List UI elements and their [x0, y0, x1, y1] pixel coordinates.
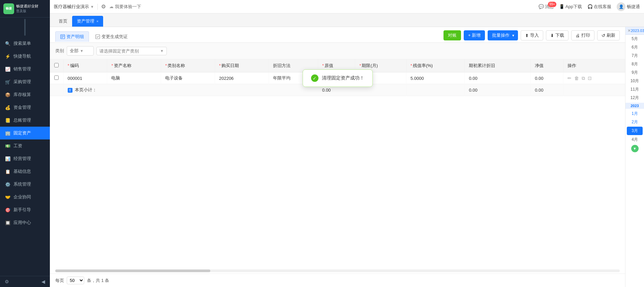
sidebar-item-coop[interactable]: 🤝 企业协同 — [0, 191, 50, 203]
scroll-thumb[interactable] — [55, 269, 210, 272]
download-icon: ⬇ — [550, 33, 554, 38]
sidebar-item-purchase[interactable]: 🛒 采购管理 — [0, 75, 50, 88]
copy-icon[interactable]: ⧉ — [582, 75, 585, 81]
sales-icon: 📈 — [5, 66, 11, 72]
main-area: 医疗器械行业演示 ▼ ⚙ ☁ 我要体验一下 💬 消息 99+ 📱 App下载 🎧… — [50, 0, 644, 287]
row-accumulated-depreciation: 0.00 — [465, 72, 531, 84]
more-icon[interactable]: ⊡ — [588, 75, 592, 81]
edit-icon[interactable]: ✏ — [568, 75, 572, 81]
subtotal-net: 0.00 — [531, 84, 563, 96]
coop-icon: 🤝 — [5, 194, 11, 200]
category-input-wrap[interactable]: ▼ — [96, 47, 167, 55]
row-residual-rate: 5.0000 — [406, 72, 464, 84]
experience-link[interactable]: ☁ 我要体验一下 — [109, 4, 141, 10]
sidebar-item-inventory[interactable]: 📦 库存核算 — [0, 88, 50, 101]
row-checkbox[interactable] — [54, 75, 59, 80]
per-page-select[interactable]: 20 50 100 — [67, 277, 84, 284]
sub-tabs-bar: 资产明细 变更生成凭证 对账 + 新增 — [50, 27, 625, 43]
import-button[interactable]: ⬆ 导入 — [521, 30, 543, 40]
refresh-button[interactable]: ↺ 刷新 — [597, 30, 620, 40]
category-display-select[interactable]: 全部 ▼ — [67, 46, 94, 56]
sidebar-item-system[interactable]: ⚙️ 系统管理 — [0, 178, 50, 191]
company-selector[interactable]: 医疗器械行业演示 ▼ — [54, 4, 94, 10]
refresh-icon: ↺ — [602, 33, 605, 38]
settings-gear-icon[interactable]: ⚙ — [101, 3, 106, 10]
batch-ops-button[interactable]: 批量操作 ▼ — [488, 30, 518, 40]
import-icon: ⬆ — [525, 33, 529, 38]
sidebar-item-basic-info[interactable]: 📋 基础信息 — [0, 165, 50, 178]
per-page-label: 每页 — [55, 278, 64, 284]
filter-input-arrow: ▼ — [160, 49, 164, 53]
horizontal-scrollbar[interactable] — [55, 269, 620, 272]
reconcile-button[interactable]: 对账 — [443, 30, 461, 40]
sub-tab-asset-detail[interactable]: 资产明细 — [55, 31, 89, 42]
app-download-button[interactable]: 📱 App下载 — [559, 4, 582, 10]
subtotal-accumulated: 0.00 — [465, 84, 531, 96]
row-checkbox-cell — [50, 72, 63, 84]
row-category: 电子设备 — [161, 72, 215, 84]
delete-icon[interactable]: 🗑 — [574, 75, 579, 81]
select-all-checkbox[interactable] — [54, 63, 59, 67]
row-code: 000001 — [63, 72, 107, 84]
row-net-value: 0.00 — [531, 72, 563, 84]
cloud-icon: ☁ — [109, 4, 114, 9]
sidebar-item-sales[interactable]: 📈 销售管理 — [0, 63, 50, 75]
sidebar-item-quicknav[interactable]: ⚡ 快捷导航 — [0, 50, 50, 63]
calendar-month-11[interactable]: 11月 — [625, 85, 644, 94]
tab-close-icon[interactable]: × — [96, 19, 98, 23]
messages-button[interactable]: 💬 消息 99+ — [539, 4, 554, 10]
print-button[interactable]: 🖨 打印 — [571, 30, 594, 40]
purchase-icon: 🛒 — [5, 79, 11, 85]
settings-bottom-icon[interactable]: ⚙ — [5, 279, 9, 284]
sidebar-item-ops[interactable]: 📊 经营管理 — [0, 152, 50, 165]
sidebar-item-ledger[interactable]: 📒 总账管理 — [0, 114, 50, 127]
calendar-month-1[interactable]: 1月 — [625, 109, 644, 118]
sidebar-item-fixed-assets[interactable]: 🏢 固定资产 — [0, 127, 50, 139]
calendar-nav-down[interactable]: ▼ — [631, 145, 639, 152]
topbar-right-actions: 💬 消息 99+ 📱 App下载 🎧 在线客服 👤 畅捷通 — [539, 2, 640, 11]
calendar-month-9[interactable]: 9月 — [625, 68, 644, 77]
asset-table-wrap: *编码 *资产名称 *类别名称 *购买日期 折旧方法 *原值 *期限(月) *残… — [50, 59, 625, 269]
sub-tab-change-voucher[interactable]: 变更生成凭证 — [90, 31, 133, 42]
sidebar-bottom: ⚙ ◀ — [0, 276, 50, 287]
sidebar-item-guide[interactable]: 🎯 新手引导 — [0, 203, 50, 216]
new-button[interactable]: + 新增 — [464, 30, 485, 40]
guide-icon: 🎯 — [5, 207, 11, 213]
sub-tabs-left: 资产明细 变更生成凭证 — [55, 31, 133, 42]
calendar-month-6[interactable]: 6月 — [625, 43, 644, 52]
tabbar: 首页 资产管理 × — [50, 13, 644, 27]
calendar-month-4[interactable]: 4月 — [625, 135, 644, 144]
system-icon: ⚙️ — [5, 181, 11, 187]
category-filter-input[interactable] — [99, 49, 160, 54]
calendar-month-10[interactable]: 10月 — [625, 77, 644, 85]
calendar-month-7[interactable]: 7月 — [625, 52, 644, 60]
calendar-month-5[interactable]: 5月 — [625, 35, 644, 43]
ops-icon: 📊 — [5, 156, 11, 162]
calendar-close-icon[interactable]: ✕ — [627, 28, 631, 33]
content-area: 资产明细 变更生成凭证 对账 + 新增 — [50, 27, 644, 287]
search-nav-icon: 🔍 — [5, 40, 11, 46]
sidebar: 畅捷 畅捷通好业财 普及版 🔍 搜索菜单 ⚡ 快捷导航 📈 销售管理 🛒 采购管… — [0, 0, 50, 287]
tab-asset-management[interactable]: 资产管理 × — [72, 16, 103, 27]
collapse-icon[interactable]: ◀ — [41, 279, 45, 284]
calendar-month-3-current[interactable]: 3月 — [627, 127, 643, 135]
calendar-month-8[interactable]: 8月 — [625, 60, 644, 68]
app-download-icon: 📱 — [559, 4, 564, 9]
apps-icon: 🔲 — [5, 220, 11, 226]
sidebar-item-apps[interactable]: 🔲 应用中心 — [0, 216, 50, 229]
tab-home[interactable]: 首页 — [54, 16, 72, 27]
download-button[interactable]: ⬇ 下载 — [546, 30, 569, 40]
sidebar-item-finance[interactable]: 💰 资金管理 — [0, 101, 50, 114]
sidebar-item-payroll[interactable]: 💵 工资 — [0, 139, 50, 152]
reconcile-label: 对账 — [448, 32, 457, 38]
calendar-month-2[interactable]: 2月 — [625, 118, 644, 126]
subtotal-actions-empty — [563, 84, 625, 96]
calendar-month-12[interactable]: 12月 — [625, 94, 644, 102]
import-label: 导入 — [530, 32, 539, 38]
th-purchase-date: *购买日期 — [215, 59, 269, 72]
online-service-button[interactable]: 🎧 在线客服 — [587, 4, 611, 10]
user-profile[interactable]: 👤 畅捷通 — [617, 2, 640, 11]
sidebar-item-search[interactable]: 🔍 搜索菜单 — [0, 37, 50, 50]
messages-badge: 99+ — [548, 2, 556, 7]
th-code: *编码 — [63, 59, 107, 72]
